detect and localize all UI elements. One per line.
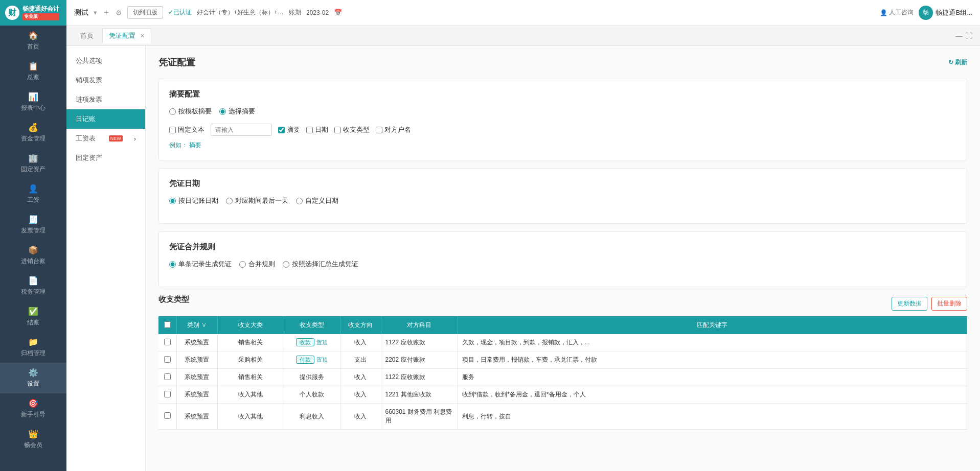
date-radio-last-day-input[interactable] — [226, 198, 233, 204]
left-nav-public[interactable]: 公共选项 — [66, 51, 145, 70]
refresh-button[interactable]: ↻ 刷新 — [948, 58, 967, 67]
sidebar-item-member[interactable]: 👑 畅会员 — [0, 424, 66, 455]
topbar-add-button[interactable]: ＋ — [102, 7, 110, 18]
merge-radio-single-label: 单条记录生成凭证 — [178, 260, 232, 269]
row-checkbox-0[interactable] — [164, 339, 171, 345]
sidebar-item-close[interactable]: ✅ 结账 — [0, 301, 66, 332]
sidebar-item-ledger[interactable]: 📋 总账 — [0, 56, 66, 87]
row-category-3: 系统预置 — [176, 386, 217, 404]
sidebar-item-archive[interactable]: 📁 归档管理 — [0, 332, 66, 363]
summary-radio-template-input[interactable] — [169, 108, 176, 115]
summary-radio-select-input[interactable] — [219, 108, 226, 115]
settings-icon: ⚙️ — [28, 368, 38, 378]
member-icon: 👑 — [28, 429, 38, 439]
sidebar-label-report: 报表中心 — [21, 104, 45, 112]
tab-voucher-config[interactable]: 凭证配置 ✕ — [102, 28, 151, 43]
sidebar-label-archive: 归档管理 — [21, 349, 45, 358]
row-type-1: 付款 置顶 — [284, 351, 340, 369]
left-nav-sales-invoice[interactable]: 销项发票 — [66, 70, 145, 90]
checkbox-type-input[interactable] — [334, 127, 341, 133]
date-radio-group: 按日记账日期 对应期间最后一天 自定义日期 — [169, 196, 956, 205]
sidebar-item-assets[interactable]: 🏢 固定资产 — [0, 148, 66, 179]
col-header-keywords: 匹配关键字 — [458, 316, 967, 334]
example-text: 例如： 摘要 — [169, 141, 956, 150]
left-nav-purchase-invoice[interactable]: 进项发票 — [66, 90, 145, 109]
select-all-checkbox[interactable] — [164, 321, 171, 328]
row-check-2[interactable] — [158, 369, 176, 386]
checkbox-date[interactable]: 日期 — [306, 125, 328, 134]
batch-delete-button[interactable]: 批量删除 — [931, 297, 967, 311]
checkbox-date-input[interactable] — [306, 127, 313, 133]
merge-radio-summary[interactable]: 按照选择汇总生成凭证 — [283, 260, 358, 269]
tab-home[interactable]: 首页 — [74, 29, 100, 43]
topbar-gear-icon[interactable]: ⚙ — [116, 9, 122, 17]
checkbox-summary-input[interactable] — [278, 127, 285, 133]
merge-radio-single-input[interactable] — [169, 261, 176, 268]
row-direction-2: 收入 — [340, 369, 381, 386]
override-btn-0[interactable]: 置顶 — [316, 339, 328, 345]
sidebar-item-invoice[interactable]: 🧾 发票管理 — [0, 209, 66, 240]
summary-radio-template[interactable]: 按模板摘要 — [169, 107, 212, 116]
override-tag-0[interactable]: 收款 — [296, 338, 314, 346]
row-category-0: 系统预置 — [176, 334, 217, 351]
row-check-4[interactable] — [158, 404, 176, 430]
date-radio-custom[interactable]: 自定义日期 — [296, 196, 338, 205]
sidebar-item-report[interactable]: 📊 报表中心 — [0, 87, 66, 117]
row-checkbox-3[interactable] — [164, 391, 171, 397]
table-row: 系统预置 收入其他 个人收款 收入 1221 其他应收款 收到*借款，收到*备用… — [158, 386, 967, 404]
row-check-0[interactable] — [158, 334, 176, 351]
date-radio-journal[interactable]: 按日记账日期 — [169, 196, 218, 205]
date-radio-custom-input[interactable] — [296, 198, 303, 204]
topbar-user-area[interactable]: 畅 畅捷通B组... — [919, 6, 972, 20]
sidebar-item-fund[interactable]: 💰 资金管理 — [0, 117, 66, 148]
override-btn-1[interactable]: 置顶 — [316, 357, 328, 363]
old-version-button[interactable]: 切到旧版 — [127, 6, 163, 19]
fixed-text-input[interactable] — [211, 124, 272, 136]
topbar-dropdown-arrow[interactable]: ▾ — [94, 9, 97, 16]
tab-close-icon[interactable]: ✕ — [140, 33, 145, 39]
checkbox-counterparty[interactable]: 对方户名 — [376, 125, 411, 134]
row-check-1[interactable] — [158, 351, 176, 369]
update-data-button[interactable]: 更新数据 — [892, 297, 927, 311]
summary-radio-select[interactable]: 选择摘要 — [219, 107, 255, 116]
checkbox-fixed-text-input[interactable] — [169, 127, 176, 133]
merge-radio-rules-input[interactable] — [239, 261, 246, 268]
row-type-2: 提供服务 — [284, 369, 340, 386]
row-big-type-3: 收入其他 — [217, 386, 284, 404]
sidebar-item-settings[interactable]: ⚙️ 设置 — [0, 363, 66, 393]
tab-voucher-config-label: 凭证配置 — [109, 32, 135, 39]
left-nav-payroll-label: 工资表 — [76, 134, 96, 143]
row-checkbox-1[interactable] — [164, 356, 171, 363]
left-nav-fixed-assets[interactable]: 固定资产 — [66, 148, 145, 168]
date-radio-custom-label: 自定义日期 — [305, 196, 338, 205]
merge-radio-rules[interactable]: 合并规则 — [239, 260, 275, 269]
date-radio-last-day[interactable]: 对应期间最后一天 — [226, 196, 288, 205]
topbar-user-name: 畅捷通B组... — [936, 8, 972, 17]
tab-maximize-button[interactable]: ⛶ — [965, 32, 972, 40]
row-checkbox-2[interactable] — [164, 373, 171, 380]
sidebar-item-guide[interactable]: 🎯 新手引导 — [0, 393, 66, 424]
left-nav-journal[interactable]: 日记账 — [66, 109, 145, 129]
topbar-calendar-icon[interactable]: 📅 — [334, 9, 342, 16]
left-nav-purchase-invoice-label: 进项发票 — [76, 95, 102, 104]
row-checkbox-4[interactable] — [164, 412, 171, 419]
checkbox-summary[interactable]: 摘要 — [278, 125, 300, 134]
merge-radio-single[interactable]: 单条记录生成凭证 — [169, 260, 232, 269]
sidebar-item-home[interactable]: 🏠 首页 — [0, 26, 66, 56]
left-nav-payroll[interactable]: 工资表 NEW › — [66, 129, 145, 148]
checkbox-counterparty-input[interactable] — [376, 127, 382, 133]
checkbox-fixed-text[interactable]: 固定文本 — [169, 125, 204, 134]
tab-minimize-button[interactable]: — — [955, 32, 963, 40]
topbar-help-button[interactable]: 👤 人工咨询 — [880, 8, 914, 17]
income-expense-section: 收支类型 更新数据 批量删除 类别 ∨ — [158, 295, 967, 430]
date-radio-journal-input[interactable] — [169, 198, 176, 204]
merge-radio-summary-input[interactable] — [283, 261, 289, 268]
sidebar-item-stock[interactable]: 📦 进销台账 — [0, 240, 66, 271]
checkbox-type[interactable]: 收支类型 — [334, 125, 370, 134]
row-check-3[interactable] — [158, 386, 176, 404]
sidebar-item-tax[interactable]: 📄 税务管理 — [0, 271, 66, 301]
col-header-check[interactable] — [158, 316, 176, 334]
sidebar-item-salary[interactable]: 👤 工资 — [0, 179, 66, 209]
merge-section-title: 凭证合并规则 — [169, 242, 956, 252]
override-tag-1[interactable]: 付款 — [296, 356, 314, 364]
